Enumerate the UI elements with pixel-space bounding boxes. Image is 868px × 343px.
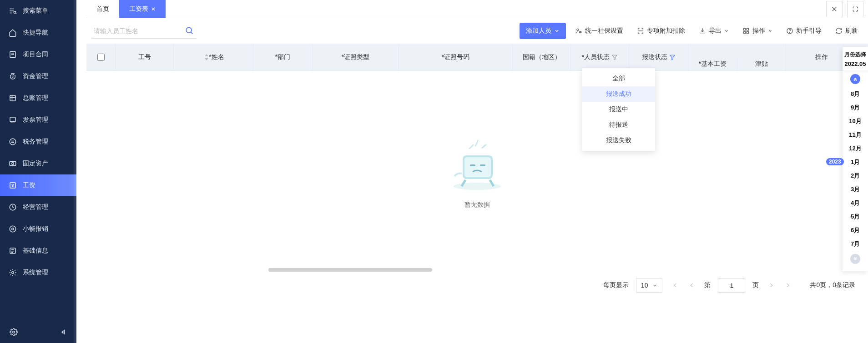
special-deduction-link[interactable]: 专项附加扣除 [632,27,690,35]
th-person-status[interactable]: *人员状态 [571,44,629,70]
filter-option-inprogress[interactable]: 报送中 [582,102,655,117]
chevron-down-icon [724,29,729,33]
close-icon[interactable]: ✕ [151,6,156,12]
th-employee-id[interactable]: 工号 [116,44,174,70]
sidebar-item-reimburse[interactable]: 小畅报销 [0,218,76,240]
svg-rect-32 [744,29,746,30]
svg-line-4 [16,13,17,14]
svg-point-31 [580,31,581,33]
month-option[interactable]: 10月 [843,115,868,128]
close-window-button[interactable] [826,1,843,17]
sidebar-item-label: 经营管理 [23,203,48,211]
export-link[interactable]: 导出 [694,27,733,35]
tab-label: 工资表 [129,5,148,13]
first-page-button[interactable] [670,282,680,288]
month-option[interactable]: 3月 [843,183,868,196]
filter-icon[interactable] [669,54,676,60]
tab-home[interactable]: 首页 [86,0,119,18]
svg-point-24 [13,331,15,333]
svg-rect-33 [747,29,748,30]
sidebar-scrollbar[interactable] [74,0,76,343]
svg-line-29 [191,32,193,34]
month-option[interactable]: 8月 [843,88,868,100]
help-icon [786,27,793,35]
sidebar-item-funds[interactable]: ¥ 资金管理 [0,65,76,87]
month-option[interactable]: 12月 [843,142,868,155]
sidebar-item-label: 工资 [23,181,35,189]
th-base-salary[interactable]: *基本工资 [688,57,737,70]
filter-option-all[interactable]: 全部 [582,71,655,86]
sidebar-item-quick-nav[interactable]: 快捷导航 [0,22,76,44]
th-name[interactable]: *姓名 [174,44,253,70]
tax-icon [8,137,17,146]
svg-point-30 [577,29,579,30]
next-page-button[interactable] [766,282,776,288]
fullscreen-button[interactable] [847,1,863,17]
sidebar-item-operation[interactable]: 经营管理 [0,196,76,218]
sidebar-item-tax[interactable]: 税务管理 [0,131,76,153]
page-input[interactable] [718,278,745,293]
month-option[interactable]: 4月 [843,197,868,209]
th-cert-type[interactable]: *证照类型 [313,44,399,70]
prev-page-button[interactable] [687,282,697,288]
month-option[interactable]: 2023 1月 [843,156,868,169]
svg-rect-14 [10,162,16,166]
select-all-checkbox[interactable] [97,54,105,61]
employee-search-input[interactable] [92,23,197,39]
th-nationality[interactable]: 国籍（地区） [513,44,571,70]
per-page-select[interactable]: 10 [636,278,663,293]
link-label: 专项附加扣除 [647,27,685,35]
sidebar-item-asset[interactable]: 固定资产 [0,153,76,174]
th-allowance[interactable]: 津贴 [737,57,786,70]
add-employee-button[interactable]: 添加人员 [520,23,566,39]
filter-icon[interactable] [611,54,618,60]
system-icon [8,268,17,277]
month-option[interactable]: 7月 [843,238,868,250]
th-cert-no[interactable]: *证照号码 [399,44,513,70]
sidebar-item-search-menu[interactable]: 搜索菜单 [0,0,76,22]
sidebar-item-contract[interactable]: 项目合同 [0,44,76,65]
filter-option-failed[interactable]: 报送失败 [582,133,655,148]
month-option[interactable]: 6月 [843,224,868,237]
search-icon[interactable] [185,26,194,35]
th-dept[interactable]: *部门 [253,44,313,70]
svg-point-28 [186,27,192,33]
per-page-value: 10 [641,282,648,289]
scrollbar-thumb[interactable] [268,268,432,272]
tab-salary-sheet[interactable]: 工资表 ✕ [119,0,166,18]
table-h-scrollbar[interactable] [86,267,868,273]
sidebar-item-basic-info[interactable]: 基础信息 [0,240,76,262]
month-scroll-up[interactable] [850,74,860,84]
sidebar-item-system[interactable]: 系统管理 [0,262,76,283]
collapse-sidebar-icon[interactable] [57,327,68,338]
filter-option-pending[interactable]: 待报送 [582,117,655,133]
invoice-icon [8,115,17,124]
sidebar-item-invoice[interactable]: 发票管理 [0,109,76,131]
settings-icon[interactable] [8,327,19,338]
month-scroll-down[interactable] [850,254,860,264]
last-page-button[interactable] [783,282,793,288]
sidebar-item-label: 系统管理 [23,268,48,277]
svg-point-13 [10,139,16,145]
scan-icon [637,27,644,35]
refresh-link[interactable]: 刷新 [831,27,863,35]
sort-icon[interactable] [204,54,209,60]
filter-option-success[interactable]: 报送成功 [582,86,655,102]
per-page-label: 每页显示 [603,281,629,289]
page-suffix: 页 [752,281,759,289]
link-label: 统一社保设置 [585,27,623,35]
month-current: 2022.05 [843,60,868,70]
reimburse-icon [8,224,17,234]
guide-link[interactable]: 新手引导 [782,27,826,35]
sidebar-item-ledger[interactable]: 总账管理 [0,87,76,109]
user-gear-icon [575,27,582,35]
home-icon [8,28,17,37]
operation-link[interactable]: 操作 [738,27,777,35]
month-option[interactable]: 9月 [843,101,868,114]
month-option[interactable]: 2月 [843,169,868,182]
th-report-status[interactable]: 报送状态 [629,44,688,70]
social-insurance-link[interactable]: 统一社保设置 [570,27,628,35]
month-option[interactable]: 5月 [843,210,868,223]
month-option[interactable]: 11月 [843,129,868,141]
sidebar-item-salary[interactable]: 工资 [0,174,76,196]
